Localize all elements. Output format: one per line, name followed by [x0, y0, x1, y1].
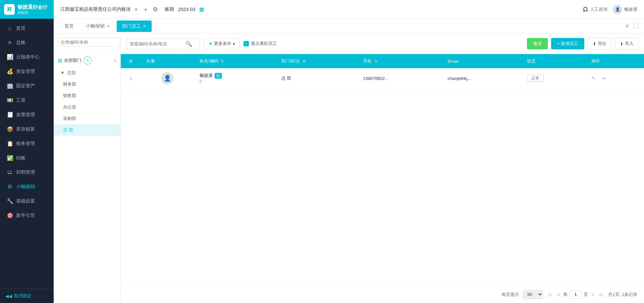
settings-icon: 🔧	[7, 198, 13, 204]
export-icon: ⬆	[593, 41, 596, 46]
sidebar-item-guide[interactable]: 🎯 新手引导	[0, 208, 54, 223]
tab-dept-label: 部门员工	[122, 23, 141, 29]
company-dropdown-icon[interactable]: ▾	[135, 7, 137, 12]
th-actions: 操作	[586, 54, 644, 68]
show-resigned-checkbox[interactable]: ✓ 显示离职员工	[244, 41, 277, 47]
th-phone[interactable]: 手机 ⇅	[358, 54, 442, 68]
ledger-icon: ≡	[7, 40, 13, 46]
tab-dept-employee[interactable]: 部门员工 ✕	[117, 20, 152, 32]
employee-search-box: 🔍	[126, 39, 200, 49]
tab-dept-close-icon[interactable]: ✕	[143, 24, 146, 29]
sidebar-item-archive[interactable]: 🗂 归档管理	[0, 165, 54, 179]
capital-icon: 💰	[7, 68, 13, 75]
sidebar-item-label: 资金管理	[16, 69, 35, 75]
dept-panel: 🔍 ⊞ 全部部门 ✎ « ▼ 总部 财务部 销售部 办公室 采	[54, 34, 121, 303]
status-badge: 正常	[527, 75, 544, 82]
sidebar-item-checkout[interactable]: ✅ 结账	[0, 151, 54, 165]
sidebar-item-capital[interactable]: 💰 资金管理	[0, 64, 54, 79]
th-name-code[interactable]: 姓名/编码 ⇅	[194, 54, 276, 68]
archive-icon: 🗂	[7, 169, 13, 175]
logo-icon: 财	[4, 4, 15, 15]
cancel-fixed-icon: ◀◀	[5, 294, 12, 299]
sidebar-item-label: 新手引导	[16, 213, 35, 219]
avatar: 👤	[613, 5, 622, 14]
sidebar-item-fixed[interactable]: 🏢 固定资产	[0, 79, 54, 93]
employee-search-input[interactable]	[130, 41, 183, 46]
user-button[interactable]: 👤 畅捷通	[613, 5, 637, 14]
dept-item-caiwu[interactable]: 财务部	[54, 79, 120, 90]
th-dept-position[interactable]: 部门/职位 ⇅	[276, 54, 358, 68]
dept-search-input[interactable]	[58, 38, 120, 47]
dept-item-caigou[interactable]: 采购部	[54, 113, 120, 124]
filter-more-button[interactable]: ▼ 更多条件 ▾	[204, 38, 239, 49]
page-unit: 页	[584, 292, 588, 298]
first-page-button[interactable]: |<	[547, 291, 554, 298]
calendar-icon[interactable]: ▦	[199, 6, 204, 12]
add-company-icon[interactable]: ＋	[143, 5, 149, 13]
sidebar-item-tax[interactable]: 📋 税务管理	[0, 136, 54, 151]
import-button[interactable]: ⬇ 导入	[615, 38, 639, 50]
sidebar-item-label: 结账	[16, 155, 25, 161]
dept-all-label: 全部部门	[64, 57, 82, 63]
sidebar-item-label: 基础设置	[16, 198, 35, 204]
row-phone: 138070602...	[358, 68, 442, 89]
period-value: 2023-03	[178, 7, 195, 12]
dept-parent-zongbu: ▼ 总部 财务部 销售部 办公室 采购部 总 部	[54, 67, 120, 136]
dept-item-zongbu[interactable]: ▼ 总部	[54, 67, 120, 79]
sidebar-item-label: 首页	[16, 26, 25, 32]
row-actions: ✎ ⇥	[586, 68, 644, 89]
dept-edit-button[interactable]: ✎	[84, 56, 92, 64]
dept-collapse-icon[interactable]: «	[114, 58, 116, 63]
th-settings[interactable]: ⚙	[121, 54, 141, 68]
page-word: 第	[563, 292, 568, 298]
sidebar-item-salary[interactable]: 💵 工资	[0, 93, 54, 107]
tab-xiaochang-close-icon[interactable]: ✕	[107, 24, 110, 29]
dept-all-icon: ⊞	[58, 57, 62, 64]
dept-tree: ⊞ 全部部门 ✎ « ▼ 总部 财务部 销售部 办公室 采购部 总 部	[54, 51, 120, 138]
sidebar-item-home[interactable]: ⌂ 首页	[0, 21, 54, 36]
search-icon[interactable]: 🔍	[185, 41, 192, 47]
sort-dept-icon: ⇅	[303, 59, 306, 63]
last-page-button[interactable]: >|	[598, 291, 604, 298]
tab-close-all-icon[interactable]: ✕	[625, 23, 629, 29]
next-page-button[interactable]: >	[590, 291, 595, 298]
sidebar-item-ledger[interactable]: ≡ 总账	[0, 36, 54, 50]
prev-page-button[interactable]: <	[556, 291, 561, 298]
export-button[interactable]: ⬆ 导出	[588, 38, 611, 50]
employee-name: 畅捷通	[200, 73, 213, 79]
row-avatar-cell: 👤	[141, 68, 194, 88]
service-button[interactable]: 🎧 人工咨询	[583, 6, 607, 12]
page-number-input[interactable]	[570, 290, 582, 299]
import-label: 导入	[625, 41, 634, 47]
main-content: 江西服宝精品有限责任公司内账张 ▾ ＋ ⚙ 账期 2023-03 ▦ 🎧 人工咨…	[54, 0, 644, 303]
company-settings-icon[interactable]: ⚙	[153, 6, 158, 13]
dept-item-bangongshi[interactable]: 办公室	[54, 101, 120, 113]
dept-badge: 部	[215, 73, 222, 79]
page-size-label: 每页显示	[501, 292, 519, 298]
employee-toolbar: 🔍 ▼ 更多条件 ▾ ✓ 显示离职员工 邀请 + 新增员工 ⬆ 导出	[121, 34, 644, 54]
headset-icon: 🎧	[583, 7, 588, 12]
inventory-icon: 📦	[7, 126, 13, 132]
sidebar-item-settings[interactable]: 🔧 基础设置	[0, 194, 54, 208]
tab-home[interactable]: 首页	[59, 20, 79, 32]
sidebar-item-reports[interactable]: 📊 云报表中心	[0, 50, 54, 64]
logout-icon[interactable]: ⇥	[601, 75, 605, 81]
add-employee-button[interactable]: + 新增员工	[551, 38, 584, 49]
tab-xiaochang[interactable]: 小畅报销 ✕	[80, 20, 115, 32]
invoice-icon: 🧾	[7, 112, 13, 118]
sidebar-item-xiaochang[interactable]: ⚙ 小畅报销	[0, 179, 54, 194]
sidebar-item-label: 云报表中心	[16, 54, 40, 60]
dept-item-xiaoshou[interactable]: 销售部	[54, 90, 120, 101]
tab-fullscreen-icon[interactable]: ⛶	[633, 23, 639, 29]
page-size-select[interactable]: 50 10 20 100	[523, 290, 543, 299]
cancel-fixed-button[interactable]: ◀◀ 取消固定	[0, 289, 54, 303]
sidebar-item-inventory[interactable]: 📦 库存核算	[0, 122, 54, 136]
dept-all-header[interactable]: ⊞ 全部部门 ✎ «	[54, 54, 120, 67]
tab-home-label: 首页	[64, 23, 74, 29]
dept-item-zongbu-selected[interactable]: 总 部	[54, 124, 120, 136]
invite-button[interactable]: 邀请	[527, 38, 548, 49]
sidebar-item-invoice[interactable]: 🧾 发票管理	[0, 107, 54, 122]
edit-icon[interactable]: ✎	[591, 75, 596, 81]
sidebar-logo: 财 畅捷通好会计 旗舰版	[0, 0, 54, 19]
employee-table-wrapper: ⚙ 头像 姓名/编码 ⇅ 部门/职位 ⇅ 手机	[121, 54, 644, 286]
